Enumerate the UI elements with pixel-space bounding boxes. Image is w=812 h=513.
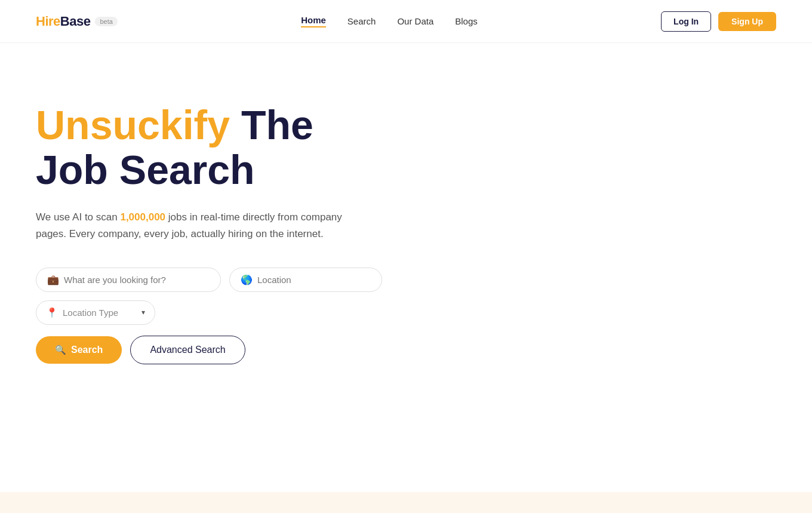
hero-section: Unsuckify The Job Search We use AI to sc… (0, 43, 418, 400)
location-input-wrap: 🌎 (229, 268, 382, 292)
nav-our-data[interactable]: Our Data (397, 16, 433, 26)
hero-title: Unsuckify The Job Search (36, 103, 382, 192)
hero-title-highlight: Unsuckify (36, 102, 230, 148)
hero-title-part2: The (241, 102, 313, 148)
advanced-search-label: Advanced Search (150, 345, 225, 355)
search-button-label: Search (71, 345, 103, 355)
search-icon: 🔍 (55, 345, 66, 355)
bottom-section (0, 492, 812, 513)
navbar-right: Log In Sign Up (661, 11, 776, 32)
logo: HireBase (36, 14, 90, 29)
logo-base: Base (60, 14, 91, 29)
login-button[interactable]: Log In (661, 11, 711, 32)
chevron-down-icon: ▾ (142, 308, 145, 317)
location-type-label: Location Type (63, 308, 118, 318)
nav-blogs[interactable]: Blogs (455, 16, 478, 26)
job-search-input[interactable] (64, 275, 210, 285)
hero-subtitle: We use AI to scan 1,000,000 jobs in real… (36, 209, 370, 242)
navbar-left: HireBase beta (36, 14, 118, 29)
briefcase-icon: 💼 (47, 274, 59, 285)
navbar-center: Home Search Our Data Blogs (301, 15, 478, 27)
location-type-inner: 📍 Location Type (46, 307, 118, 318)
search-bar: 💼 🌎 📍 Location Type ▾ (36, 268, 382, 325)
search-actions: 🔍 Search Advanced Search (36, 336, 382, 364)
navbar: HireBase beta Home Search Our Data Blogs… (0, 0, 812, 43)
nav-search[interactable]: Search (347, 16, 376, 26)
logo-hire: Hire (36, 14, 60, 29)
location-input[interactable] (257, 275, 371, 285)
nav-home[interactable]: Home (301, 15, 326, 27)
subtitle-number: 1,000,000 (120, 211, 165, 223)
location-type-dropdown[interactable]: 📍 Location Type ▾ (36, 300, 155, 325)
signup-button[interactable]: Sign Up (718, 12, 776, 31)
globe-icon: 🌎 (241, 274, 253, 285)
hero-title-part3: Job Search (36, 147, 255, 192)
beta-badge: beta (95, 17, 117, 26)
search-button[interactable]: 🔍 Search (36, 336, 122, 364)
pin-icon: 📍 (46, 307, 58, 318)
subtitle-prefix: We use AI to scan (36, 211, 120, 223)
job-input-wrap: 💼 (36, 268, 221, 292)
advanced-search-button[interactable]: Advanced Search (130, 336, 245, 364)
